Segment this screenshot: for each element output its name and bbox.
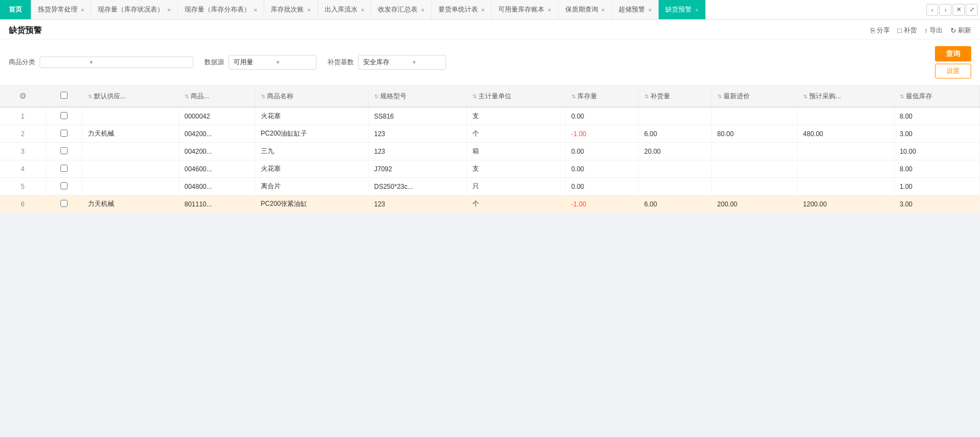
tab-close-available-ledger[interactable]: × [548,7,551,13]
replenish-button[interactable]: □ 补货 [898,26,917,35]
td-latest_price-row-1 [711,107,797,125]
sort-icon-default_supplier: ⇅ [88,93,92,99]
settings-button[interactable]: 设置 [935,64,971,79]
td-forecast_purchase-row-3 [797,143,894,160]
td-spec-row-1: SS816 [369,107,467,125]
tab-next-button[interactable]: › [939,4,951,16]
tab-item-inventory-status[interactable]: 现存量（库存状况表）× [91,0,177,19]
negative-value: -1.00 [571,200,586,208]
th-goods_name[interactable]: ⇅商品名称 [255,86,368,107]
tab-item-demand-stats[interactable]: 要货单统计表× [432,0,492,19]
th-forecast_purchase[interactable]: ⇅预计采购... [797,86,894,107]
tab-item-in-out-flow[interactable]: 出入库流水× [318,0,371,19]
td-min_stock-row-1: 8.00 [894,107,979,125]
row-checkbox-6[interactable] [60,200,68,207]
th-replenish_qty[interactable]: ⇅补货量 [638,86,711,107]
th-spec[interactable]: ⇅规格型号 [369,86,467,107]
td-goods_code-row-5: 004800... [179,178,255,195]
tab-label-in-out-flow: 出入库流水 [325,5,358,14]
td-forecast_purchase-row-1 [797,107,894,125]
td-unit-row-3: 箱 [467,143,566,160]
tab-close-overstock-warning[interactable]: × [648,7,652,13]
td-checkbox-row-2 [46,125,82,143]
tab-close-collect-summary[interactable]: × [421,7,424,13]
query-button[interactable]: 查询 [935,46,971,61]
refresh-button[interactable]: ↻ 刷新 [950,26,971,35]
td-unit-row-4: 支 [467,160,566,178]
tab-close-inventory-status[interactable]: × [167,7,170,13]
td-default_supplier-row-4 [82,160,179,178]
td-checkbox-row-3 [46,143,82,160]
sort-icon-replenish_qty: ⇅ [644,93,649,99]
td-replenish_qty-row-6: 6.00 [638,195,711,213]
td-default_supplier-row-3 [82,143,179,160]
th-min_stock[interactable]: ⇅最低库存 [894,86,979,107]
tab-close-in-out-flow[interactable]: × [361,7,364,13]
td-stock-row-4: 0.00 [565,160,638,178]
td-checkbox-row-4 [46,160,82,178]
tab-label-collect-summary: 收发存汇总表 [378,5,417,14]
td-latest_price-row-4 [711,160,797,178]
tab-item-defect-process[interactable]: 拣货异常处理× [31,0,91,19]
row-checkbox-2[interactable] [60,130,68,137]
tab-label-overstock-warning: 超储预警 [619,5,645,14]
table-settings-icon[interactable]: ⚙ [16,90,29,102]
td-replenish_qty-row-4 [638,160,711,178]
table-container: ⚙⇅默认供应...⇅商品...⇅商品名称⇅规格型号⇅主计量单位⇅库存量⇅补货量⇅… [0,86,980,213]
tab-item-expiry-query[interactable]: 保质期查询× [559,0,612,19]
tab-close-expiry-query[interactable]: × [602,7,605,13]
tab-item-available-ledger[interactable]: 可用量库存账本× [492,0,558,19]
tab-item-inventory-dist[interactable]: 现存量（库存分布表）× [178,0,264,19]
tab-expand-button[interactable]: ⤢ [966,4,978,16]
select-all-checkbox[interactable] [60,92,68,99]
tab-item-batch-account[interactable]: 库存批次账× [264,0,318,19]
row-checkbox-5[interactable] [60,182,68,189]
td-default_supplier-row-2: 力天机械 [82,125,179,143]
td-goods_name-row-2: PC200油缸缸子 [255,125,368,143]
tab-close-defect-process[interactable]: × [81,7,84,13]
tab-close-inventory-dist[interactable]: × [254,7,257,13]
tab-close-all-button[interactable]: ✕ [953,4,965,16]
th-default_supplier[interactable]: ⇅默认供应... [82,86,179,107]
td-replenish_qty-row-5 [638,178,711,195]
export-button[interactable]: ↑ 导出 [925,26,943,35]
td-unit-row-5: 只 [467,178,566,195]
td-goods_code-row-6: 801110... [179,195,255,213]
tab-close-demand-stats[interactable]: × [481,7,485,13]
share-icon: ⎘ [871,26,875,35]
th-stock[interactable]: ⇅库存量 [565,86,638,107]
row-checkbox-1[interactable] [60,112,68,119]
replenish-base-select-value: 安全库存 [363,58,389,67]
td-replenish_qty-row-3: 20.00 [638,143,711,160]
td-unit-row-6: 个 [467,195,566,213]
td-checkbox-row-6 [46,195,82,213]
row-checkbox-4[interactable] [60,165,68,172]
tab-prev-button[interactable]: ‹ [926,4,938,16]
col-label-spec: 规格型号 [380,92,407,100]
td-latest_price-row-6: 200.00 [711,195,797,213]
td-stock-row-5: 0.00 [565,178,638,195]
share-button[interactable]: ⎘ 分享 [871,26,890,35]
tab-item-shortage-warning[interactable]: 缺货预警× [659,0,705,19]
datasource-select-arrow: ▼ [275,59,281,65]
tab-item-collect-summary[interactable]: 收发存汇总表× [371,0,431,19]
tab-item-home[interactable]: 首页 [0,0,31,19]
th-goods_code[interactable]: ⇅商品... [179,86,255,107]
tab-bar: 首页拣货异常处理×现存量（库存状况表）×现存量（库存分布表）×库存批次账×出入库… [0,0,980,20]
tab-close-shortage-warning[interactable]: × [695,7,698,13]
col-label-forecast_purchase: 预计采购... [809,92,841,100]
row-checkbox-3[interactable] [60,147,68,154]
tab-close-batch-account[interactable]: × [307,7,310,13]
category-select[interactable]: ▼ [40,57,193,68]
replenish-base-label: 补货基数 [327,58,354,67]
sort-icon-min_stock: ⇅ [900,93,904,99]
td-settings-row-1: 1 [0,107,46,125]
col-label-stock: 库存量 [577,92,597,100]
replenish-base-select[interactable]: 安全库存 ▼ [358,55,446,70]
th-latest_price[interactable]: ⇅最新进价 [711,86,797,107]
th-unit[interactable]: ⇅主计量单位 [467,86,566,107]
datasource-select[interactable]: 可用量 ▼ [229,55,316,70]
td-goods_name-row-6: PC200张紧油缸 [255,195,368,213]
th-settings: ⚙ [0,86,46,107]
tab-item-overstock-warning[interactable]: 超储预警× [612,0,659,19]
